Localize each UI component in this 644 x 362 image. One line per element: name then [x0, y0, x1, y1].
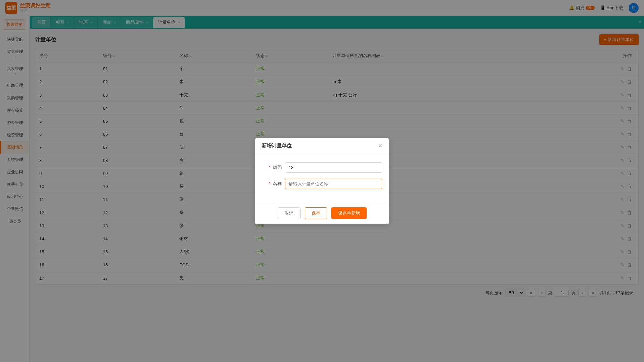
code-input[interactable]: [285, 162, 382, 173]
modal-overlay: 新增计量单位 ✕ * 编码 * 名称 取消 保存 保存并新增: [0, 0, 644, 362]
modal-title: 新增计量单位: [262, 143, 292, 149]
modal-close-button[interactable]: ✕: [378, 143, 382, 149]
add-unit-modal: 新增计量单位 ✕ * 编码 * 名称 取消 保存 保存并新增: [255, 138, 389, 224]
name-label: * 名称: [262, 181, 282, 187]
name-input[interactable]: [285, 179, 382, 189]
save-button[interactable]: 保存: [305, 207, 327, 219]
required-mark: *: [269, 165, 270, 170]
required-mark-name: *: [269, 181, 270, 186]
code-label: * 编码: [262, 164, 282, 170]
form-code-row: * 编码: [262, 162, 382, 173]
save-and-new-button[interactable]: 保存并新增: [331, 207, 367, 219]
modal-header: 新增计量单位 ✕: [255, 138, 389, 154]
modal-body: * 编码 * 名称: [255, 154, 389, 203]
cancel-button[interactable]: 取消: [278, 207, 301, 219]
form-name-row: * 名称: [262, 179, 382, 189]
modal-footer: 取消 保存 保存并新增: [255, 203, 389, 224]
